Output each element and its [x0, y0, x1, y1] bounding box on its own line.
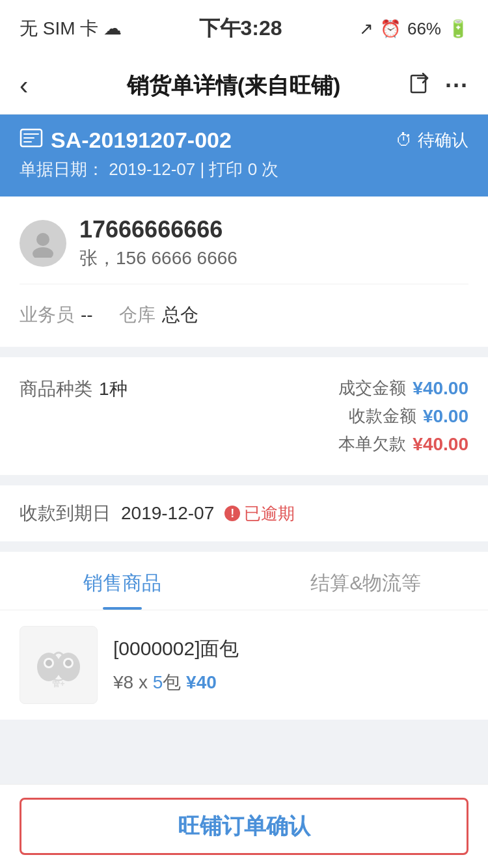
product-type-value: 1种: [99, 377, 128, 401]
alarm-icon: ⏰: [380, 19, 401, 39]
product-unit: 包: [163, 672, 181, 692]
order-id-text: SA-20191207-002: [51, 128, 232, 153]
tab-settlement-label: 结算&物流等: [310, 572, 421, 593]
salesperson-info: 业务员 --: [20, 303, 93, 327]
no-sim-text: 无 SIM 卡 ☁: [20, 16, 122, 41]
order-date-label: 单据日期：: [20, 159, 104, 179]
overdue-text: 已逾期: [244, 502, 295, 525]
page-title: 销货单详情(来自旺铺): [59, 71, 409, 101]
amount-row-2: 本单欠款 ¥40.00: [338, 433, 468, 455]
status-time: 下午3:28: [199, 14, 282, 43]
back-button[interactable]: ‹: [20, 71, 59, 100]
amount-row-0: 成交金额 ¥40.00: [338, 377, 468, 400]
order-header-banner: SA-20191207-002 ⏱ 待确认 单据日期： 2019-12-07 |…: [0, 115, 488, 197]
product-total: ¥40: [186, 672, 217, 692]
due-date-label: 收款到期日: [20, 501, 111, 526]
product-unit-price: ¥8: [113, 672, 133, 692]
due-date-section: 收款到期日 2019-12-07 ! 已逾期: [0, 485, 488, 541]
share-button[interactable]: [409, 72, 432, 100]
battery-text: 66%: [407, 19, 441, 39]
order-print-info: | 打印 0 次: [200, 159, 278, 179]
due-date-value: 2019-12-07: [121, 503, 214, 524]
amount-value-2: ¥40.00: [413, 434, 468, 455]
amount-label-0: 成交金额: [338, 377, 406, 400]
product-info: [0000002]面包 ¥8 x 5包 ¥40: [113, 636, 468, 695]
status-right: ↗ ⏰ 66% 🔋: [359, 19, 468, 39]
multiply-symbol: x: [139, 672, 153, 692]
location-icon: ↗: [359, 19, 373, 39]
tab-settlement[interactable]: 结算&物流等: [244, 552, 488, 610]
product-qty: 5: [153, 672, 163, 692]
customer-avatar: [20, 220, 66, 267]
order-status-text: 待确认: [418, 129, 468, 152]
tabs-header: 销售商品 结算&物流等: [0, 552, 488, 610]
warehouse-value: 总仓: [162, 303, 198, 327]
confirm-order-button[interactable]: 旺铺订单确认: [20, 798, 468, 855]
amount-value-0: ¥40.00: [413, 378, 468, 399]
order-icon: [20, 128, 43, 153]
tab-products-label: 销售商品: [83, 572, 161, 593]
nav-bar: ‹ 销货单详情(来自旺铺) ···: [0, 57, 488, 115]
svg-text:管+: 管+: [52, 679, 64, 688]
customer-section: 17666666666 张，156 6666 6666 业务员 -- 仓库 总仓: [0, 197, 488, 347]
warehouse-label: 仓库: [119, 303, 156, 327]
order-id: SA-20191207-002: [20, 128, 232, 153]
amounts-section: 成交金额 ¥40.00 收款金额 ¥0.00 本单欠款 ¥40.00: [338, 377, 468, 455]
tabs-section: 销售商品 结算&物流等 管+: [0, 552, 488, 720]
product-name: [0000002]面包: [113, 636, 468, 662]
bottom-bar: 旺铺订单确认: [0, 784, 488, 868]
status-left: 无 SIM 卡 ☁: [20, 16, 122, 41]
tab-products[interactable]: 销售商品: [0, 552, 244, 610]
svg-point-2: [36, 233, 49, 246]
amount-label-1: 收款金额: [349, 405, 416, 427]
amount-value-1: ¥0.00: [423, 406, 468, 427]
svg-point-8: [46, 660, 52, 666]
customer-phone: 17666666666: [79, 216, 237, 243]
battery-icon: 🔋: [448, 19, 468, 39]
svg-point-9: [65, 660, 72, 666]
svg-point-3: [33, 247, 53, 258]
status-bar: 无 SIM 卡 ☁ 下午3:28 ↗ ⏰ 66% 🔋: [0, 0, 488, 57]
product-type-label: 商品种类: [20, 377, 92, 401]
overdue-badge: ! 已逾期: [224, 502, 295, 525]
amount-label-2: 本单欠款: [338, 433, 406, 455]
product-row: 管+ [0000002]面包 ¥8 x 5包 ¥40: [20, 626, 468, 704]
product-name-text: 面包: [200, 638, 239, 659]
amount-row-1: 收款金额 ¥0.00: [349, 405, 468, 427]
customer-name: 张，156 6666 6666: [79, 246, 237, 271]
salesperson-label: 业务员: [20, 303, 74, 327]
product-price: ¥8 x 5包 ¥40: [113, 670, 468, 695]
divider: [20, 284, 468, 284]
product-thumbnail: 管+: [20, 626, 98, 704]
salesperson-value: --: [81, 305, 93, 325]
summary-section: 商品种类 1种 成交金额 ¥40.00 收款金额 ¥0.00 本单欠款 ¥40.…: [0, 357, 488, 475]
product-code: [0000002]: [113, 638, 200, 659]
status-clock-icon: ⏱: [396, 130, 413, 150]
product-section: 管+ [0000002]面包 ¥8 x 5包 ¥40: [0, 610, 488, 720]
warehouse-info: 仓库 总仓: [119, 303, 198, 327]
order-date-value: 2019-12-07: [109, 159, 195, 179]
nav-actions: ···: [409, 72, 468, 100]
overdue-dot-icon: !: [224, 506, 240, 521]
order-date-row: 单据日期： 2019-12-07 | 打印 0 次: [20, 158, 468, 181]
order-status: ⏱ 待确认: [396, 129, 468, 152]
more-button[interactable]: ···: [445, 72, 468, 100]
